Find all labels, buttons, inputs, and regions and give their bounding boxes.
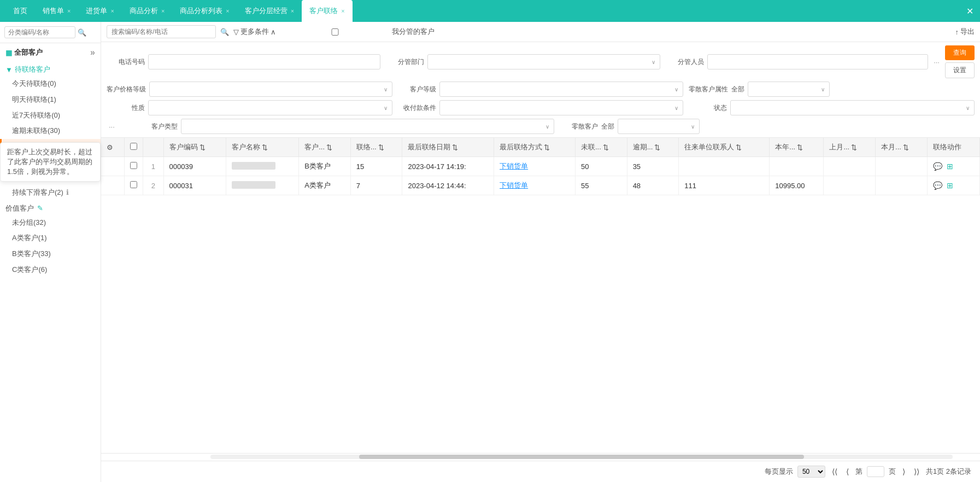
query-button[interactable]: 查询: [945, 45, 975, 60]
sidebar-item-7days[interactable]: 近7天待联络(0): [0, 108, 101, 124]
export-button[interactable]: ↑ 导出: [955, 27, 975, 37]
th-code[interactable]: 客户编码⇅: [163, 138, 226, 157]
select-all-checkbox[interactable]: [130, 143, 137, 150]
scatter-customer-select[interactable]: ∨: [618, 119, 700, 134]
th-settings[interactable]: ⚙: [101, 138, 125, 157]
row-this-year-cell: 10995.00: [770, 176, 824, 195]
collapse-icon[interactable]: »: [90, 48, 95, 57]
nature-select[interactable]: ∨: [148, 100, 392, 115]
th-uncontacted[interactable]: 未联...⇅: [576, 138, 627, 157]
more-dots-icon[interactable]: ···: [934, 58, 940, 66]
scrollbar-thumb[interactable]: [359, 455, 805, 459]
close-icon[interactable]: ×: [291, 8, 294, 14]
chat-icon[interactable]: 💬: [933, 181, 942, 190]
window-close-button[interactable]: ✕: [966, 6, 973, 16]
first-page-button[interactable]: ⟨⟨: [830, 466, 840, 477]
sidebar-item-declining[interactable]: 持续下滑客户(2) ℹ: [0, 185, 101, 201]
grid-action-icon[interactable]: ⊞: [947, 181, 953, 190]
th-last-method[interactable]: 最后联络方式⇅: [494, 138, 576, 157]
my-customer-checkbox[interactable]: 我分管的客户: [280, 27, 435, 37]
info-icon-small[interactable]: ℹ: [66, 188, 69, 196]
row-checkbox[interactable]: [130, 162, 137, 169]
row-code-cell: 000039: [163, 157, 226, 176]
prev-page-button[interactable]: ⟨: [844, 466, 851, 477]
row-overdue-cell: 35: [627, 157, 679, 176]
scrollbar-track: [210, 455, 953, 459]
per-page-select[interactable]: 50 100 200: [797, 466, 825, 478]
row-checkbox[interactable]: [130, 181, 137, 188]
last-method-link[interactable]: 下销货单: [500, 181, 528, 189]
sidebar-item-today[interactable]: 今天待联络(0): [0, 76, 101, 92]
all-customers-header[interactable]: ▦ 全部客户 »: [0, 43, 101, 62]
nav-customer-layering[interactable]: 客户分层经营 ×: [237, 0, 302, 22]
settings-button[interactable]: 设置: [945, 62, 975, 78]
dept-select[interactable]: ∨: [427, 54, 660, 69]
th-type[interactable]: 客户...⇅: [299, 138, 351, 157]
grid-action-icon[interactable]: ⊞: [947, 162, 953, 171]
row-this-year-cell: [770, 157, 824, 176]
last-page-button[interactable]: ⟩⟩: [912, 466, 922, 477]
close-icon[interactable]: ×: [341, 8, 344, 14]
main-layout: 🔍 ▦ 全部客户 » ▼ 待联络客户 今天待联络(0) 明天待联络(1) 近7天…: [0, 22, 980, 482]
close-icon[interactable]: ×: [161, 8, 165, 14]
close-icon[interactable]: ×: [226, 8, 229, 14]
filter-row-1: 电话号码 分管部门 ∨ 分管人员 ··· 查询 设置: [107, 45, 975, 78]
table-row: 2 000031 A类客户 7 2023-04-12 14:44: 下销货单 5…: [101, 176, 980, 195]
phone-input[interactable]: [148, 54, 380, 69]
th-last-month[interactable]: 上月...⇅: [824, 138, 876, 157]
sort-icon: ⇅: [452, 143, 458, 152]
search-input[interactable]: [107, 25, 216, 38]
nav-customer-contact[interactable]: 客户联络 ×: [302, 0, 352, 22]
close-icon[interactable]: ×: [67, 8, 71, 14]
sidebar-item-overdue[interactable]: 逾期未联络(30): [0, 123, 101, 139]
th-this-month[interactable]: 本月...⇅: [876, 138, 928, 157]
page-number-input[interactable]: 1: [867, 466, 884, 477]
sidebar-search-input[interactable]: [4, 26, 75, 38]
sidebar-item-b-class[interactable]: B类客户(33): [0, 246, 101, 262]
grid-icon: ▦: [5, 49, 12, 57]
sort-icon: ⇅: [903, 143, 909, 152]
scatter-customer-value: 全部: [601, 122, 614, 131]
next-page-button[interactable]: ⟩: [900, 466, 907, 477]
close-icon[interactable]: ×: [110, 8, 114, 14]
sidebar-item-c-class[interactable]: C类客户(6): [0, 262, 101, 278]
dots-button[interactable]: ···: [109, 123, 115, 131]
last-method-link[interactable]: 下销货单: [500, 162, 528, 170]
th-last-date[interactable]: 最后联络日期⇅: [402, 138, 494, 157]
status-select[interactable]: ∨: [730, 100, 975, 115]
sidebar-search-icon[interactable]: 🔍: [78, 28, 86, 37]
sidebar-item-tomorrow[interactable]: 明天待联络(1): [0, 92, 101, 108]
nav-sales[interactable]: 销售单 ×: [35, 0, 78, 22]
scatter-attr-select[interactable]: ∨: [748, 82, 830, 97]
payment-select[interactable]: ∨: [439, 100, 684, 115]
nav-purchase[interactable]: 进货单 ×: [78, 0, 121, 22]
nav-product-analysis[interactable]: 商品分析 ×: [122, 0, 172, 22]
customer-grade-select[interactable]: ∨: [439, 82, 684, 97]
sidebar-item-a-class[interactable]: A类客户(1): [0, 230, 101, 246]
edit-icon[interactable]: ✎: [37, 204, 43, 212]
sidebar-group-value[interactable]: 价值客户 ✎: [0, 201, 101, 215]
price-grade-select[interactable]: ∨: [149, 82, 392, 97]
sidebar-group-pending[interactable]: ▼ 待联络客户: [0, 62, 101, 76]
sidebar-item-ungrouped[interactable]: 未分组(32): [0, 215, 101, 231]
th-contact-person[interactable]: 往来单位联系人⇅: [679, 138, 770, 157]
sort-icon: ⇅: [797, 143, 803, 152]
nav-home[interactable]: 首页: [5, 0, 35, 22]
my-customer-check[interactable]: [280, 28, 390, 36]
chat-icon[interactable]: 💬: [933, 162, 942, 171]
filter-search-icon[interactable]: 🔍: [220, 28, 229, 36]
th-this-year[interactable]: 本年...⇅: [770, 138, 824, 157]
more-conditions-button[interactable]: ▽ 更多条件 ∧: [233, 27, 276, 37]
person-input[interactable]: [707, 54, 928, 69]
th-contact-count[interactable]: 联络...⇅: [350, 138, 402, 157]
filter-bar: 🔍 ▽ 更多条件 ∧ 我分管的客户 ↑ 导出: [101, 22, 980, 42]
th-name[interactable]: 客户名称⇅: [226, 138, 299, 157]
nav-product-analysis-list[interactable]: 商品分析列表 ×: [172, 0, 237, 22]
settings-icon[interactable]: ⚙: [107, 143, 113, 152]
sidebar: 🔍 ▦ 全部客户 » ▼ 待联络客户 今天待联络(0) 明天待联络(1) 近7天…: [0, 22, 101, 482]
th-overdue[interactable]: 逾期...⇅: [627, 138, 679, 157]
row-contact-count-cell: 15: [350, 157, 402, 176]
content-area: 🔍 ▽ 更多条件 ∧ 我分管的客户 ↑ 导出 电话号码: [101, 22, 980, 482]
customer-type-select[interactable]: ∨: [181, 119, 554, 134]
horizontal-scrollbar[interactable]: [101, 453, 980, 461]
